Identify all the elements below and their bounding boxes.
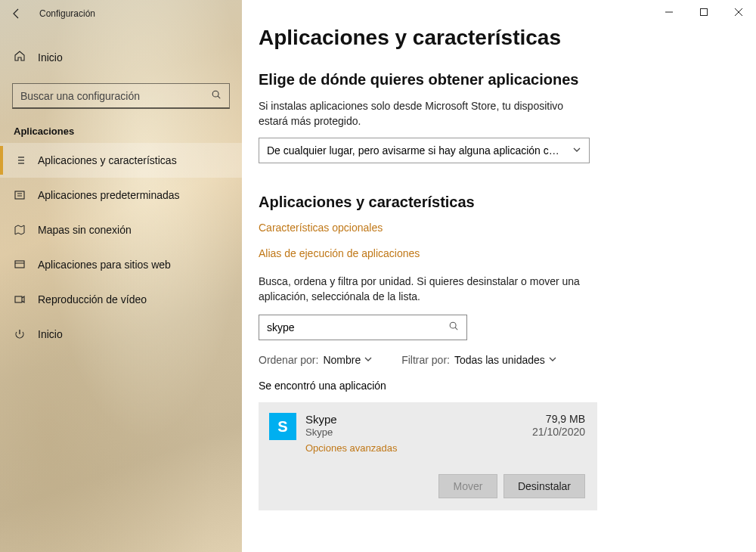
- svg-point-0: [212, 91, 218, 97]
- app-filter-box[interactable]: [259, 315, 467, 340]
- source-description: Si instalas aplicaciones solo desde Micr…: [259, 99, 591, 129]
- app-date: 21/10/2020: [532, 426, 585, 438]
- nav-label: Aplicaciones predeterminadas: [38, 189, 180, 201]
- uninstall-button[interactable]: Desinstalar: [503, 474, 585, 498]
- svg-rect-11: [15, 261, 24, 268]
- websites-icon: [14, 259, 27, 271]
- filter-by-dropdown[interactable]: Filtrar por: Todas las unidades: [401, 354, 557, 366]
- window-title: Configuración: [39, 8, 95, 19]
- sort-by-dropdown[interactable]: Ordenar por: Nombre: [259, 354, 373, 366]
- app-source-dropdown[interactable]: De cualquier lugar, pero avisarme si hay…: [259, 138, 590, 163]
- search-input[interactable]: [20, 90, 211, 102]
- nav-label: Reproducción de vídeo: [38, 293, 147, 305]
- nav-default-apps[interactable]: Aplicaciones predeterminadas: [0, 178, 242, 212]
- nav-apps-features[interactable]: Aplicaciones y características: [0, 143, 242, 178]
- nav-apps-websites[interactable]: Aplicaciones para sitios web: [0, 247, 242, 282]
- sidebar: Configuración Inicio Aplicaciones Aplica…: [0, 0, 242, 552]
- app-card-skype[interactable]: S Skype Skype Opciones avanzadas 79,9 MB…: [259, 402, 597, 510]
- skype-icon: S: [269, 413, 296, 440]
- home-label: Inicio: [38, 51, 63, 64]
- nav-label: Aplicaciones y características: [38, 154, 177, 166]
- advanced-options-link[interactable]: Opciones avanzadas: [305, 442, 397, 454]
- maximize-button[interactable]: [686, 0, 721, 24]
- section-label: Aplicaciones: [0, 109, 242, 143]
- optional-features-link[interactable]: Características opcionales: [259, 222, 733, 234]
- nav-label: Inicio: [38, 328, 63, 340]
- search-icon: [211, 89, 222, 103]
- main-content: Aplicaciones y características Elige de …: [242, 0, 756, 552]
- app-name: Skype: [305, 413, 532, 426]
- nav-startup[interactable]: Inicio: [0, 317, 242, 352]
- execution-alias-link[interactable]: Alias de ejecución de aplicaciones: [259, 247, 733, 259]
- filter-label: Filtrar por:: [401, 354, 450, 366]
- app-filter-input[interactable]: [267, 321, 448, 333]
- sort-value: Nombre: [323, 354, 361, 366]
- svg-rect-15: [701, 9, 708, 16]
- chevron-down-icon: [548, 354, 557, 366]
- home-nav[interactable]: Inicio: [0, 42, 242, 73]
- nav-video-playback[interactable]: Reproducción de vídeo: [0, 282, 242, 317]
- page-title: Aplicaciones y características: [259, 26, 733, 50]
- svg-line-19: [455, 328, 457, 330]
- app-size: 79,9 MB: [532, 413, 585, 425]
- nav-label: Mapas sin conexión: [38, 224, 132, 236]
- nav-offline-maps[interactable]: Mapas sin conexión: [0, 212, 242, 247]
- result-count: Se encontró una aplicación: [259, 380, 733, 392]
- move-button: Mover: [438, 474, 497, 498]
- filter-value: Todas las unidades: [454, 354, 545, 366]
- sort-label: Ordenar por:: [259, 354, 318, 366]
- map-icon: [14, 224, 27, 236]
- list-icon: [14, 154, 27, 166]
- defaults-icon: [14, 189, 27, 201]
- startup-icon: [14, 328, 27, 340]
- close-button[interactable]: [721, 0, 756, 24]
- nav-label: Aplicaciones para sitios web: [38, 259, 171, 271]
- list-heading: Aplicaciones y características: [259, 194, 733, 211]
- video-icon: [14, 293, 27, 305]
- settings-search[interactable]: [12, 83, 230, 109]
- app-publisher: Skype: [305, 426, 532, 438]
- chevron-down-icon: [364, 354, 373, 366]
- svg-line-1: [218, 96, 220, 98]
- minimize-button[interactable]: [652, 0, 686, 24]
- home-icon: [14, 50, 27, 65]
- list-description: Busca, ordena y filtra por unidad. Si qu…: [259, 274, 591, 304]
- svg-rect-8: [15, 191, 24, 199]
- window-controls: [652, 0, 756, 24]
- dropdown-value: De cualquier lugar, pero avisarme si hay…: [267, 144, 562, 157]
- titlebar: Configuración: [0, 0, 242, 27]
- svg-point-18: [450, 323, 456, 329]
- chevron-down-icon: [572, 144, 581, 157]
- svg-rect-13: [15, 296, 22, 302]
- source-heading: Elige de dónde quieres obtener aplicacio…: [259, 71, 733, 88]
- search-icon: [448, 321, 459, 334]
- back-button[interactable]: [5, 2, 29, 26]
